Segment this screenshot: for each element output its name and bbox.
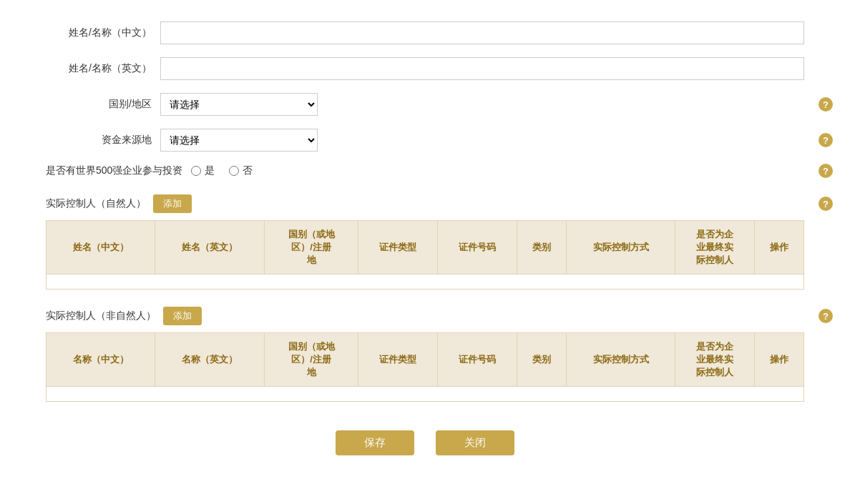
natural-section-title: 实际控制人（自然人） [46,197,146,210]
radio-no-label: 否 [243,164,253,177]
non-natural-help-icon[interactable]: ? [819,309,833,323]
col-name-en-nn: 名称（英文） [155,333,264,387]
natural-table-empty-cell [47,275,804,290]
non-natural-add-button[interactable]: 添加 [163,307,202,325]
non-natural-table-empty-row [47,387,804,402]
country-help-icon[interactable]: ? [819,97,833,112]
name-en-input[interactable] [160,57,804,80]
col-operation-nn: 操作 [754,333,803,387]
col-country: 国别（或地区）/注册地 [264,221,358,275]
save-button[interactable]: 保存 [336,430,414,455]
form-container: 姓名/名称（中文） 姓名/名称（英文） 国别/地区 请选择 ? 资金来源地 请选… [46,21,804,455]
fund-source-label: 资金来源地 [46,134,160,147]
natural-table-header-row: 姓名（中文） 姓名（英文） 国别（或地区）/注册地 证件类型 证件号码 类别 实… [47,221,804,275]
fortune500-row: 是否有世界500强企业参与投资 是 否 ? [46,164,804,177]
col-cert-no-nn: 证件号码 [438,333,517,387]
radio-no-input[interactable] [229,166,239,176]
col-country-nn: 国别（或地区）/注册地 [264,333,358,387]
natural-add-button[interactable]: 添加 [153,194,192,213]
col-name-cn: 姓名（中文） [47,221,155,275]
natural-section-header: 实际控制人（自然人） 添加 ? [46,194,804,213]
country-row: 国别/地区 请选择 ? [46,93,804,116]
name-en-row: 姓名/名称（英文） [46,57,804,80]
col-operation: 操作 [754,221,803,275]
natural-table-empty-row [47,275,804,290]
natural-person-table: 姓名（中文） 姓名（英文） 国别（或地区）/注册地 证件类型 证件号码 类别 实… [46,220,804,290]
col-cert-type: 证件类型 [358,221,438,275]
col-cert-type-nn: 证件类型 [358,333,438,387]
name-en-label: 姓名/名称（英文） [46,62,160,75]
natural-help-icon[interactable]: ? [819,197,833,211]
radio-yes-label: 是 [205,164,215,177]
fortune500-label: 是否有世界500强企业参与投资 [46,164,191,177]
non-natural-person-table: 名称（中文） 名称（英文） 国别（或地区）/注册地 证件类型 证件号码 类别 实… [46,332,804,402]
name-cn-input[interactable] [160,21,804,44]
col-is-final-controller-nn: 是否为企业最终实际控制人 [675,333,755,387]
radio-no-option[interactable]: 否 [229,164,253,177]
col-name-en: 姓名（英文） [155,221,264,275]
name-cn-row: 姓名/名称（中文） [46,21,804,44]
country-label: 国别/地区 [46,98,160,111]
non-natural-table-empty-cell [47,387,804,402]
radio-yes-input[interactable] [191,166,201,176]
non-natural-section-header: 实际控制人（非自然人） 添加 ? [46,307,804,325]
name-cn-label: 姓名/名称（中文） [46,26,160,39]
col-category: 类别 [517,221,566,275]
fund-source-select[interactable]: 请选择 [160,129,318,152]
col-control-method-nn: 实际控制方式 [566,333,675,387]
fortune500-radio-group: 是 否 [191,164,253,177]
col-control-method: 实际控制方式 [566,221,675,275]
fortune500-help-icon[interactable]: ? [819,164,833,178]
col-is-final-controller: 是否为企业最终实际控制人 [675,221,755,275]
close-button[interactable]: 关闭 [436,430,514,455]
fund-source-row: 资金来源地 请选择 ? [46,129,804,152]
footer-buttons: 保存 关闭 [46,430,804,455]
col-category-nn: 类别 [517,333,566,387]
col-name-cn-nn: 名称（中文） [47,333,155,387]
non-natural-table-header-row: 名称（中文） 名称（英文） 国别（或地区）/注册地 证件类型 证件号码 类别 实… [47,333,804,387]
col-cert-no: 证件号码 [438,221,517,275]
radio-yes-option[interactable]: 是 [191,164,215,177]
non-natural-section-title: 实际控制人（非自然人） [46,310,156,322]
fund-source-help-icon[interactable]: ? [819,133,833,147]
country-select[interactable]: 请选择 [160,93,318,116]
